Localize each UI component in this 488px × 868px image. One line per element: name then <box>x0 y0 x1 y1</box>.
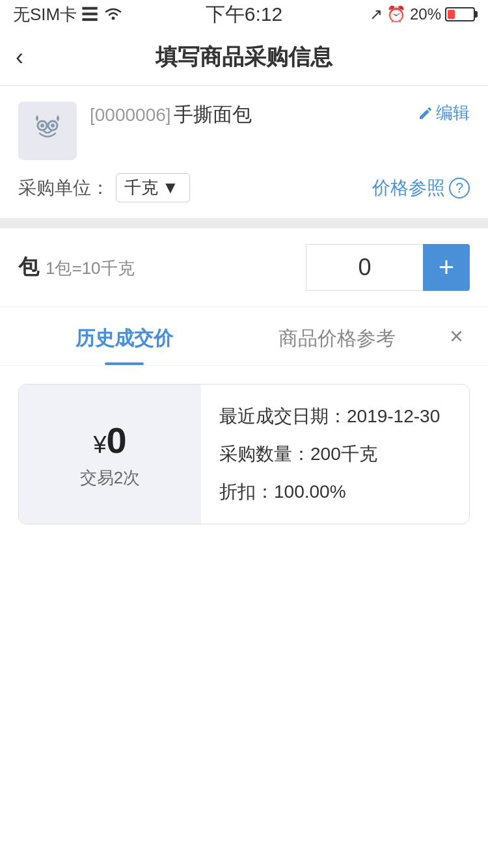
product-header: [0000006] 手撕面包 编辑 <box>18 102 470 160</box>
tabs-header: 历史成交价 商品价格参考 × <box>0 307 488 366</box>
price-amount: ¥0 <box>93 419 126 461</box>
status-left: 无SIM卡 ☰ <box>13 3 123 26</box>
product-icon <box>31 111 64 151</box>
discount-row: 折扣：100.00% <box>219 478 451 506</box>
battery-icon <box>445 7 475 21</box>
product-thumbnail <box>18 102 77 160</box>
page-title: 填写商品采购信息 <box>156 42 332 72</box>
location-icon: ↗ <box>370 5 383 23</box>
status-time: 下午6:12 <box>206 1 282 28</box>
quantity-label: 包 1包=10千克 <box>18 253 135 282</box>
quantity-plus-button[interactable]: + <box>423 244 470 291</box>
quantity-unit: 包 <box>18 253 39 282</box>
back-button[interactable]: ‹ <box>16 44 23 71</box>
quantity-input[interactable] <box>306 244 423 291</box>
tab-price-reference[interactable]: 商品价格参考 <box>230 307 442 365</box>
price-card-left: ¥0 交易2次 <box>19 385 201 524</box>
quantity-ratio: 1包=10千克 <box>46 257 135 280</box>
carrier-text: 无SIM卡 ☰ <box>13 3 98 26</box>
product-section: [0000006] 手撕面包 编辑 采购单位： 千克 ▼ 价格参照 ? <box>0 86 488 218</box>
recent-date-row: 最近成交日期：2019-12-30 <box>219 403 451 430</box>
product-left: [0000006] 手撕面包 <box>18 102 252 160</box>
product-title: 手撕面包 <box>174 103 252 125</box>
alarm-icon: ⏰ <box>386 5 406 23</box>
tabs-section: 历史成交价 商品价格参考 × ¥0 交易2次 最近成交日期：2019-12-30… <box>0 306 488 543</box>
unit-label: 采购单位： <box>18 176 109 200</box>
trades-count: 交易2次 <box>80 467 140 489</box>
price-reference-button[interactable]: 价格参照 ? <box>372 176 470 200</box>
chevron-down-icon: ▼ <box>162 178 179 198</box>
product-id: [0000006] <box>90 105 171 125</box>
tab-history-price[interactable]: 历史成交价 <box>18 307 230 365</box>
purchase-qty-row: 采购数量：200千克 <box>219 441 451 468</box>
svg-point-0 <box>112 16 115 20</box>
status-bar: 无SIM卡 ☰ 下午6:12 ↗ ⏰ 20% <box>0 0 488 29</box>
svg-point-3 <box>40 124 44 128</box>
purchase-unit: 采购单位： 千克 ▼ <box>18 173 190 202</box>
price-card-right: 最近成交日期：2019-12-30 采购数量：200千克 折扣：100.00% <box>201 385 469 524</box>
edit-button[interactable]: 编辑 <box>418 102 470 124</box>
bottom-area <box>0 543 488 868</box>
unit-select-dropdown[interactable]: 千克 ▼ <box>116 173 190 202</box>
nav-bar: ‹ 填写商品采购信息 <box>0 29 488 86</box>
currency-symbol: ¥ <box>93 431 106 458</box>
tab-close-button[interactable]: × <box>443 323 470 350</box>
section-divider <box>0 218 488 228</box>
price-card-area: ¥0 交易2次 最近成交日期：2019-12-30 采购数量：200千克 折扣：… <box>0 366 488 543</box>
quantity-row: 包 1包=10千克 + <box>0 228 488 306</box>
battery-percentage: 20% <box>410 5 441 23</box>
product-meta: 采购单位： 千克 ▼ 价格参照 ? <box>18 173 470 202</box>
quantity-input-group: + <box>306 244 470 291</box>
question-icon: ? <box>449 178 470 198</box>
product-name: [0000006] 手撕面包 <box>90 102 252 128</box>
svg-point-4 <box>51 124 55 128</box>
status-right: ↗ ⏰ 20% <box>370 5 475 23</box>
wifi-icon <box>103 5 123 25</box>
price-card: ¥0 交易2次 最近成交日期：2019-12-30 采购数量：200千克 折扣：… <box>18 384 470 524</box>
